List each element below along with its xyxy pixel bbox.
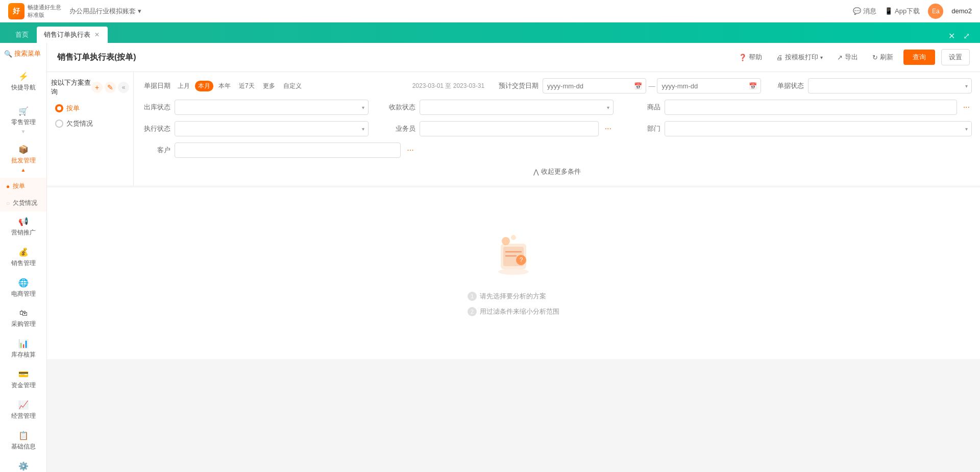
close-window-button[interactable]: ✕: [946, 29, 957, 43]
expected-date-label: 预计交货日期: [499, 81, 538, 90]
sidebar-item-finance[interactable]: 💳 资金管理: [0, 364, 46, 395]
exec-status-select[interactable]: [175, 121, 369, 136]
logo-box: 好 畅捷通好生意 标准版: [8, 3, 61, 19]
salesperson-input[interactable]: [420, 121, 599, 136]
collapse-filter-button[interactable]: ⋀ 收起更多条件: [142, 164, 972, 179]
date-start-input[interactable]: [543, 78, 646, 93]
sidebar-item-marketing[interactable]: 📢 营销推广: [0, 211, 46, 242]
customer-input[interactable]: [175, 143, 401, 158]
collapse-scheme-button[interactable]: «: [118, 82, 129, 93]
collapse-icon: ⋀: [533, 168, 539, 176]
sidebar-item-operations[interactable]: 📈 经营管理: [0, 395, 46, 426]
print-chevron-icon: ▾: [820, 55, 823, 60]
content-area: 销售订单执行表(按单) ❓ 帮助 🖨 按模板打印 ▾ ↗ 导出 ↻ 刷新: [47, 43, 980, 472]
tab-close-icon[interactable]: ✕: [93, 31, 101, 39]
tab-home[interactable]: 首页: [8, 27, 36, 43]
export-icon: ↗: [837, 54, 843, 61]
scheme-dot-inner: [57, 106, 61, 110]
print-button[interactable]: 🖨 按模板打印 ▾: [772, 51, 827, 64]
sidebar: 🔍 搜索菜单 ⚡ 快捷导航 🛒 零售管理 ▼ 📦 批发管理 ▲ ● 按单 ○ 欠: [0, 43, 47, 472]
date-tabs: 上月 本月 本年 近7天 更多 自定义: [175, 81, 305, 91]
dept-select[interactable]: [665, 121, 972, 136]
scheme-inactive-dot: [55, 120, 63, 128]
out-status-label: 出库状态: [142, 103, 170, 112]
edit-scheme-button[interactable]: ✎: [105, 82, 116, 93]
date-tab-7-days[interactable]: 近7天: [236, 81, 258, 91]
filter-row-1: 单据日期 上月 本月 本年 近7天 更多 自定义 2023-03-01 至 20…: [142, 78, 972, 93]
refresh-button[interactable]: ↻ 刷新: [868, 51, 897, 64]
empty-state-icon: ?: [488, 228, 539, 279]
filter-field-out-status: 出库状态 ▾: [142, 100, 369, 115]
doc-status-select[interactable]: [808, 78, 972, 93]
filter-field-doc-date: 单据日期 上月 本月 本年 近7天 更多 自定义: [142, 81, 404, 91]
app-download-action[interactable]: 📱 App下载: [885, 7, 920, 16]
sidebar-item-quick-nav[interactable]: ⚡ 快捷导航: [0, 66, 46, 97]
export-button[interactable]: ↗ 导出: [833, 51, 862, 64]
add-scheme-button[interactable]: +: [91, 82, 103, 93]
user-name[interactable]: demo2: [951, 7, 972, 15]
sidebar-item-basic[interactable]: 📋 基础信息: [0, 426, 46, 456]
filter-field-goods: 商品 ···: [632, 100, 972, 115]
scheme-active-dot: [55, 104, 63, 112]
date-tab-more[interactable]: 更多: [260, 81, 278, 91]
sidebar-item-wholesale[interactable]: 📦 批发管理 ▲: [0, 139, 46, 178]
ecommerce-icon: 🌐: [18, 278, 29, 288]
purchase-icon: 🛍: [19, 309, 28, 318]
basic-icon: 📋: [18, 431, 29, 440]
inventory-icon: 📊: [18, 339, 29, 348]
out-status-select[interactable]: [175, 100, 369, 115]
filter-field-expected-date: 预计交货日期 📅 — 📅: [499, 78, 761, 93]
tab-bar: 首页 销售订单执行表 ✕ ✕ ⤢: [0, 22, 980, 43]
tab-order-list[interactable]: 销售订单执行表 ✕: [37, 27, 108, 43]
empty-steps: 1 请先选择要分析的方案 2 用过滤条件来缩小分析范围: [468, 290, 559, 318]
salesperson-more-button[interactable]: ···: [603, 124, 614, 133]
sidebar-item-inventory[interactable]: 📊 库存核算: [0, 334, 46, 364]
svg-point-7: [502, 237, 510, 245]
chevron-down-icon: ▾: [138, 7, 141, 15]
search-icon: 🔍: [4, 50, 12, 58]
app-selector[interactable]: 办公用品行业模拟账套 ▾: [65, 5, 145, 18]
sidebar-item-sales[interactable]: 💰 销售管理: [0, 242, 46, 273]
sidebar-sub-item-order[interactable]: ● 按单: [0, 178, 46, 195]
message-action[interactable]: 💬 消息: [853, 7, 876, 16]
date-start-wrap: 📅: [543, 78, 646, 93]
refresh-icon: ↻: [872, 54, 878, 61]
customer-more-button[interactable]: ···: [405, 146, 415, 155]
page-header: 销售订单执行表(按单) ❓ 帮助 🖨 按模板打印 ▾ ↗ 导出 ↻ 刷新: [47, 43, 980, 72]
sidebar-sub-item-debt[interactable]: ○ 欠货情况: [0, 195, 46, 211]
sidebar-item-ecommerce[interactable]: 🌐 电商管理: [0, 273, 46, 303]
sidebar-item-purchase[interactable]: 🛍 采购管理: [0, 303, 46, 334]
date-end-input[interactable]: [657, 78, 761, 93]
svg-text:?: ?: [520, 256, 523, 264]
goods-input[interactable]: [665, 100, 957, 115]
filter-field-doc-status: 单据状态 ▾: [775, 78, 972, 93]
retail-icon: 🛒: [18, 106, 29, 116]
empty-step-1: 1 请先选择要分析的方案: [468, 290, 559, 303]
empty-state: ? 1 请先选择要分析的方案 2 用过滤条件来缩小分析范围: [47, 187, 980, 359]
collapse-icon: ▲: [21, 167, 26, 173]
sidebar-item-retail[interactable]: 🛒 零售管理 ▼: [0, 101, 46, 139]
filter-field-receipt-status: 收款状态 ▾: [387, 100, 614, 115]
avatar[interactable]: Ea: [928, 4, 943, 19]
wholesale-icon: 📦: [18, 145, 29, 154]
settings-button[interactable]: 设置: [941, 49, 970, 65]
date-tab-current-year[interactable]: 本年: [215, 81, 234, 91]
scheme-item-order[interactable]: 按单: [51, 101, 129, 116]
date-tab-custom[interactable]: 自定义: [280, 81, 305, 91]
receipt-status-select[interactable]: [420, 100, 614, 115]
goods-more-button[interactable]: ···: [961, 103, 972, 112]
sub-item-dot: ●: [6, 183, 10, 190]
sidebar-search[interactable]: 🔍 搜索菜单: [0, 43, 46, 62]
expand-window-button[interactable]: ⤢: [961, 29, 972, 43]
marketing-icon: 📢: [18, 217, 29, 226]
sidebar-item-system[interactable]: ⚙️ 系统管理: [0, 456, 46, 472]
doc-date-range-display: 2023-03-01 至 2023-03-31: [412, 82, 484, 90]
dept-label: 部门: [632, 124, 660, 133]
system-icon: ⚙️: [18, 461, 29, 471]
query-button[interactable]: 查询: [903, 50, 935, 65]
date-tab-last-month[interactable]: 上月: [175, 81, 193, 91]
goods-label: 商品: [632, 103, 660, 112]
help-button[interactable]: ❓ 帮助: [734, 51, 766, 64]
scheme-item-debt[interactable]: 欠货情况: [51, 116, 129, 131]
date-tab-current-month[interactable]: 本月: [195, 81, 213, 91]
